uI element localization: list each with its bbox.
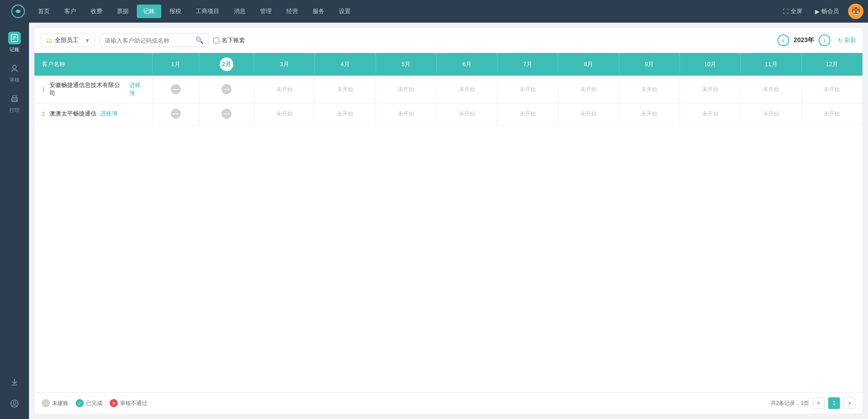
refresh-button[interactable]: ↻ 刷新 <box>838 36 856 44</box>
sidebar-item-bookkeeping[interactable]: 记账 <box>0 27 29 58</box>
vip-icon: ▶ <box>815 8 820 15</box>
sidebar-bottom <box>0 371 29 419</box>
nav-fee[interactable]: 收费 <box>84 5 109 18</box>
download-icon <box>8 376 21 388</box>
dropdown-arrow-icon: ▼ <box>84 37 90 44</box>
bookkeeping-icon <box>8 32 21 44</box>
page-1-button[interactable]: 1 <box>828 397 840 409</box>
nav-manage[interactable]: 管理 <box>254 5 278 18</box>
page-prev-button[interactable]: < <box>813 397 825 409</box>
legend-completed: 已完成 <box>76 399 102 407</box>
nav-bookkeeping[interactable]: 记账 <box>137 5 161 18</box>
search-wrap: 🔍 <box>100 34 209 47</box>
sidebar-item-print[interactable]: 打印 <box>0 88 29 118</box>
not-started-text: 未开始 <box>337 86 353 92</box>
col-header-m6: 6月 <box>436 53 497 76</box>
cell-row2-m9: 未开始 <box>619 103 680 125</box>
svg-point-5 <box>13 65 16 69</box>
page-next-button[interactable]: > <box>844 397 855 409</box>
enter-ledger-link[interactable]: 进账簿 <box>129 81 147 97</box>
legend-not-built-label: 未建账 <box>52 400 68 407</box>
not-started-text: 未开始 <box>276 86 293 92</box>
client-name-text: 澳澳太平畅捷通信 <box>49 110 96 118</box>
sidebar-user[interactable] <box>0 393 29 414</box>
not-started-text: 未开始 <box>398 111 414 117</box>
status-dash-icon: — <box>222 84 231 94</box>
nav-tax[interactable]: 报税 <box>163 5 188 18</box>
enter-ledger-link[interactable]: 进账簿 <box>100 110 118 118</box>
col-header-m5: 5月 <box>376 53 436 76</box>
nav-service[interactable]: 服务 <box>306 5 331 18</box>
cell-row2-m10: 未开始 <box>680 103 741 125</box>
not-started-text: 未开始 <box>641 111 657 117</box>
not-started-text: 未开始 <box>276 111 293 117</box>
main-content: 🗂 全部员工 ▼ 🔍 名下账套 ‹ 2023年 › <box>29 23 868 419</box>
not-started-text: 未开始 <box>459 86 475 92</box>
employee-filter-icon: 🗂 <box>46 37 52 44</box>
employee-filter-dropdown[interactable]: 🗂 全部员工 ▼ <box>41 34 95 47</box>
nav-invoice[interactable]: 票据 <box>111 5 135 18</box>
cell-row1-m1: — <box>152 76 199 103</box>
table-body: 1 安徽畅捷通信息技术有限公司 进账簿 ——未开始未开始未开始未开始未开始未开始… <box>34 76 863 125</box>
fullscreen-label: 全屏 <box>791 7 802 15</box>
not-started-text: 未开始 <box>580 86 597 92</box>
search-input[interactable] <box>100 35 191 46</box>
avatar[interactable]: 🐯 <box>848 4 863 19</box>
audit-icon <box>8 62 21 75</box>
accountset-checkbox[interactable] <box>213 38 219 43</box>
table-footer: — 未建账 已完成 审核不通过 共2条记录，1页 < 1 > <box>34 392 863 414</box>
col-header-m2: 2月 <box>199 53 254 76</box>
col-header-m7: 7月 <box>497 53 558 76</box>
cell-row1-m6: 未开始 <box>436 76 497 103</box>
legend-red-dot <box>110 399 118 407</box>
search-button[interactable]: 🔍 <box>191 34 208 47</box>
cell-row2-m4: 未开始 <box>315 103 376 125</box>
nav-message[interactable]: 消息 <box>227 5 252 18</box>
cell-row2-m12: 未开始 <box>801 103 862 125</box>
cell-row1-m4: 未开始 <box>315 76 376 103</box>
nav-client[interactable]: 客户 <box>58 5 82 18</box>
legend-teal-dot <box>76 399 84 407</box>
table-container: 客户名称 1月 2月 3月 4月 5月 6月 7月 <box>34 53 863 392</box>
client-name-cell: 2 澳澳太平畅捷通信 进账簿 <box>34 103 152 125</box>
not-started-text: 未开始 <box>763 86 779 92</box>
pagination: 共2条记录，1页 < 1 > <box>771 397 855 409</box>
sidebar-audit-label: 审核 <box>10 77 19 83</box>
vip-button[interactable]: ▶ 畅会员 <box>811 5 843 17</box>
svg-point-9 <box>16 99 17 100</box>
nav-business[interactable]: 经营 <box>280 5 304 18</box>
col-header-m3: 3月 <box>254 53 315 76</box>
fullscreen-button[interactable]: ⛶ 全屏 <box>779 5 806 17</box>
client-name-cell: 1 安徽畅捷通信息技术有限公司 进账簿 <box>34 76 152 103</box>
bookkeeping-table: 客户名称 1月 2月 3月 4月 5月 6月 7月 <box>34 53 863 125</box>
refresh-icon: ↻ <box>838 37 843 44</box>
app-logo <box>5 4 32 19</box>
cell-row1-m11: 未开始 <box>741 76 801 103</box>
table-row: 1 安徽畅捷通信息技术有限公司 进账簿 ——未开始未开始未开始未开始未开始未开始… <box>34 76 863 103</box>
cell-row1-m5: 未开始 <box>376 76 436 103</box>
year-next-button[interactable]: › <box>819 34 830 46</box>
not-started-text: 未开始 <box>337 111 353 117</box>
svg-point-12 <box>13 401 16 404</box>
toolbar: 🗂 全部员工 ▼ 🔍 名下账套 ‹ 2023年 › <box>34 28 863 53</box>
legend-rejected-label: 审核不通过 <box>120 400 147 407</box>
legend-not-built: — 未建账 <box>42 399 68 407</box>
accountset-filter-wrap[interactable]: 名下账套 <box>213 36 245 44</box>
cell-row2-m2: — <box>199 103 254 125</box>
year-prev-button[interactable]: ‹ <box>777 34 789 46</box>
nav-settings[interactable]: 设置 <box>333 5 357 18</box>
main-layout: 记账 审核 打印 <box>0 23 868 419</box>
sidebar-item-audit[interactable]: 审核 <box>0 58 29 88</box>
sidebar-download[interactable] <box>0 371 29 393</box>
nav-home[interactable]: 首页 <box>32 5 56 18</box>
nav-commerce[interactable]: 工商项目 <box>189 5 226 18</box>
col-header-m10: 10月 <box>680 53 741 76</box>
not-started-text: 未开始 <box>824 86 840 92</box>
table-header-row: 客户名称 1月 2月 3月 4月 5月 6月 7月 <box>34 53 863 76</box>
not-started-text: 未开始 <box>580 111 597 117</box>
cell-row2-m11: 未开始 <box>741 103 801 125</box>
sidebar-bookkeeping-label: 记账 <box>10 46 19 53</box>
cell-row2-m8: 未开始 <box>558 103 619 125</box>
not-started-text: 未开始 <box>520 111 536 117</box>
sidebar-print-label: 打印 <box>10 107 19 114</box>
